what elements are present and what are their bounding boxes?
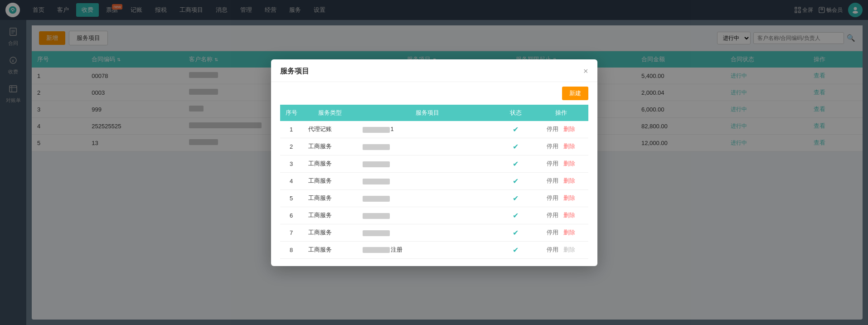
- modal-cell-status: ✔: [498, 121, 534, 138]
- modal-cell-item: [357, 172, 498, 189]
- modal-cell-status: ✔: [498, 189, 534, 207]
- modal-cell-status: ✔: [498, 138, 534, 155]
- modal-cell-item: [357, 155, 498, 172]
- delete-button[interactable]: 删除: [563, 126, 575, 132]
- modal-cell-item: 注册: [357, 241, 498, 258]
- modal-cell-type: 工商服务: [303, 155, 357, 172]
- status-check-icon: ✔: [513, 229, 519, 237]
- modal-cell-type: 工商服务: [303, 241, 357, 258]
- modal-cell-item: [357, 224, 498, 241]
- stop-button[interactable]: 停用: [547, 126, 558, 132]
- modal-cell-type: 工商服务: [303, 189, 357, 207]
- status-check-icon: ✔: [513, 160, 519, 168]
- modal-cell-action: 停用 删除: [534, 224, 588, 241]
- modal-new-button[interactable]: 新建: [562, 87, 588, 100]
- modal-table-row: 8 工商服务 注册 ✔ 停用 删除: [280, 241, 588, 258]
- delete-button[interactable]: 删除: [563, 194, 575, 201]
- modal-cell-action: 停用 删除: [534, 189, 588, 207]
- modal-cell-action: 停用 删除: [534, 121, 588, 138]
- modal-cell-action: 停用 删除: [534, 155, 588, 172]
- modal-close-button[interactable]: ×: [583, 67, 588, 76]
- modal-cell-type: 工商服务: [303, 172, 357, 189]
- modal-cell-seq: 2: [280, 138, 303, 155]
- status-check-icon: ✔: [513, 177, 519, 185]
- modal-cell-type: 工商服务: [303, 207, 357, 224]
- status-check-icon: ✔: [513, 143, 519, 150]
- modal-cell-seq: 8: [280, 241, 303, 258]
- modal-table-row: 4 工商服务 ✔ 停用 删除: [280, 172, 588, 189]
- service-table: 序号 服务类型 服务项目 状态 操作 1 代理记账 1 ✔ 停用 删除 2 工商…: [280, 105, 588, 259]
- delete-button[interactable]: 删除: [563, 160, 575, 167]
- modal-col-type: 服务类型: [303, 105, 357, 121]
- modal-table-row: 5 工商服务 ✔ 停用 删除: [280, 189, 588, 207]
- status-check-icon: ✔: [513, 246, 519, 254]
- modal-cell-item: 1: [357, 121, 498, 138]
- modal-cell-item: [357, 207, 498, 224]
- modal-cell-item: [357, 189, 498, 207]
- modal-table-row: 2 工商服务 ✔ 停用 删除: [280, 138, 588, 155]
- modal-overlay[interactable]: 服务项目 × 新建 序号 服务类型 服务项目 状态 操作 1 代理记账 1: [0, 0, 868, 325]
- modal-cell-type: 工商服务: [303, 224, 357, 241]
- modal-cell-seq: 1: [280, 121, 303, 138]
- modal-cell-status: ✔: [498, 172, 534, 189]
- modal-cell-action: 停用 删除: [534, 172, 588, 189]
- modal-col-action: 操作: [534, 105, 588, 121]
- stop-button[interactable]: 停用: [547, 160, 558, 167]
- modal-cell-action: 停用 删除: [534, 241, 588, 258]
- stop-button[interactable]: 停用: [547, 177, 558, 184]
- service-item-modal: 服务项目 × 新建 序号 服务类型 服务项目 状态 操作 1 代理记账 1: [271, 59, 597, 266]
- modal-cell-seq: 3: [280, 155, 303, 172]
- modal-cell-status: ✔: [498, 241, 534, 258]
- modal-body: 序号 服务类型 服务项目 状态 操作 1 代理记账 1 ✔ 停用 删除 2 工商…: [271, 105, 597, 266]
- modal-cell-status: ✔: [498, 207, 534, 224]
- delete-button[interactable]: 删除: [563, 177, 575, 184]
- modal-cell-status: ✔: [498, 224, 534, 241]
- modal-cell-seq: 6: [280, 207, 303, 224]
- stop-button[interactable]: 停用: [547, 143, 558, 150]
- delete-button[interactable]: 删除: [563, 212, 575, 218]
- delete-button[interactable]: 删除: [563, 143, 575, 150]
- modal-cell-action: 停用 删除: [534, 207, 588, 224]
- modal-cell-action: 停用 删除: [534, 138, 588, 155]
- modal-cell-seq: 7: [280, 224, 303, 241]
- modal-cell-type: 代理记账: [303, 121, 357, 138]
- stop-button[interactable]: 停用: [547, 212, 558, 218]
- status-check-icon: ✔: [513, 126, 519, 133]
- modal-table-row: 3 工商服务 ✔ 停用 删除: [280, 155, 588, 172]
- modal-title: 服务项目: [280, 67, 309, 76]
- modal-col-status: 状态: [498, 105, 534, 121]
- modal-table-row: 1 代理记账 1 ✔ 停用 删除: [280, 121, 588, 138]
- modal-cell-seq: 5: [280, 189, 303, 207]
- modal-cell-item: [357, 138, 498, 155]
- modal-cell-status: ✔: [498, 155, 534, 172]
- stop-button[interactable]: 停用: [547, 229, 558, 236]
- modal-cell-type: 工商服务: [303, 138, 357, 155]
- status-check-icon: ✔: [513, 194, 519, 202]
- modal-toolbar: 新建: [271, 82, 597, 105]
- modal-cell-seq: 4: [280, 172, 303, 189]
- delete-button[interactable]: 删除: [563, 246, 575, 253]
- modal-table-row: 7 工商服务 ✔ 停用 删除: [280, 224, 588, 241]
- status-check-icon: ✔: [513, 212, 519, 219]
- modal-table-row: 6 工商服务 ✔ 停用 删除: [280, 207, 588, 224]
- modal-col-seq: 序号: [280, 105, 303, 121]
- delete-button[interactable]: 删除: [563, 229, 575, 236]
- stop-button[interactable]: 停用: [547, 246, 558, 253]
- modal-col-item: 服务项目: [357, 105, 498, 121]
- stop-button[interactable]: 停用: [547, 194, 558, 201]
- modal-header: 服务项目 ×: [271, 59, 597, 82]
